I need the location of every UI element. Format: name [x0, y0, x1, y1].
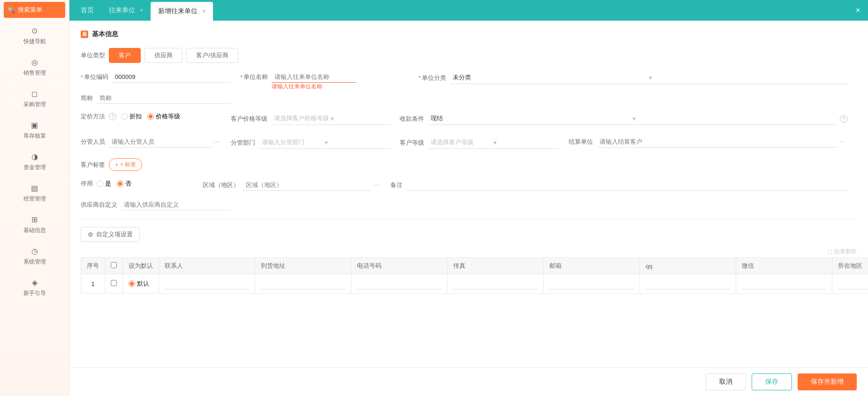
settlement-more-btn[interactable]: ··· — [838, 138, 847, 146]
row-qq[interactable] — [640, 274, 736, 294]
unit-category-value: 未分类 — [453, 73, 648, 82]
sidebar-item-guide[interactable]: ◈ 新手引导 — [0, 272, 69, 303]
sidebar-item-label: 经营管理 — [23, 195, 46, 203]
section-icon: 基 — [81, 31, 88, 38]
region-more-btn[interactable]: ··· — [371, 181, 381, 189]
phone-input[interactable] — [357, 278, 442, 289]
payment-condition-select[interactable]: 现结 ▾ — [428, 112, 837, 125]
short-name-input[interactable] — [97, 93, 231, 104]
region-label: 区域（地区） — [203, 181, 239, 189]
search-menu-btn[interactable]: 🔍 搜索菜单 — [4, 2, 65, 18]
unit-name-group: * 单位名称 请输入往来单位名称 — [240, 71, 419, 83]
qq-input[interactable] — [646, 278, 730, 289]
sidebar-item-operations[interactable]: ▤ 经营管理 — [0, 177, 69, 209]
sidebar-item-label: 资金管理 — [23, 163, 46, 171]
required-mark: * — [240, 74, 243, 81]
sidebar-item-label: 基础信息 — [23, 226, 46, 234]
unit-category-select[interactable]: 未分类 ▾ — [450, 71, 847, 84]
save-button[interactable]: 保存 — [752, 373, 792, 390]
sidebar-item-label: 库存核算 — [23, 132, 46, 140]
supplier-custom-label: 供应商自定义 — [81, 201, 117, 209]
col-wechat: 微信 — [736, 258, 832, 274]
tab-new-contact[interactable]: 新增往来单位 × — [151, 2, 213, 21]
form-footer: 取消 保存 保存并新增 — [69, 367, 868, 396]
disable-row: 停用 是 否 区域（地区） ··· — [81, 179, 857, 191]
manager-input[interactable] — [109, 136, 212, 148]
pricing-help-icon[interactable]: ? — [109, 113, 116, 120]
payment-help-icon[interactable]: ? — [840, 115, 847, 123]
row-region[interactable] — [832, 274, 868, 294]
col-address: 到货地址 — [255, 258, 351, 274]
supplier-custom-input[interactable] — [121, 199, 231, 210]
row-checkbox — [105, 274, 123, 294]
tab-contacts[interactable]: 往来单位 × — [101, 0, 151, 21]
row-fax[interactable] — [448, 274, 544, 294]
type-btn-customer[interactable]: 客户 — [109, 48, 141, 63]
manager-group: 分管人员 ··· — [81, 136, 231, 148]
radio-discount[interactable]: 折扣 — [121, 112, 142, 121]
sidebar-item-system[interactable]: ◷ 系统管理 — [0, 240, 69, 272]
email-input[interactable] — [549, 278, 634, 289]
unit-category-group: * 单位分类 未分类 ▾ — [419, 71, 857, 84]
row-email[interactable] — [544, 274, 640, 294]
cancel-button[interactable]: 取消 — [706, 373, 746, 390]
sidebar-item-purchase[interactable]: ◻ 采购管理 — [0, 83, 69, 114]
row-address[interactable] — [255, 274, 351, 294]
customer-price-select[interactable]: 请选择客户价格等级 ▾ — [271, 112, 390, 125]
select-all-checkbox[interactable] — [111, 262, 117, 268]
batch-delete-icon: ◻ — [828, 248, 832, 255]
fax-input[interactable] — [453, 278, 538, 289]
unit-name-input[interactable] — [272, 71, 356, 83]
type-btn-both[interactable]: 客户/供应商 — [186, 48, 238, 63]
batch-delete-label[interactable]: 批量删除 — [834, 248, 857, 256]
sidebar-item-basic-info[interactable]: ⊞ 基础信息 — [0, 209, 69, 240]
payment-condition-value: 现结 — [431, 114, 632, 123]
short-name-label: 简称 — [81, 94, 93, 102]
radio-no[interactable]: 否 — [117, 179, 131, 188]
sidebar-item-inventory[interactable]: ▣ 库存核算 — [0, 114, 69, 146]
remark-input[interactable] — [406, 179, 847, 191]
row-checkbox-input[interactable] — [111, 280, 117, 286]
sidebar-item-label: 新手引导 — [23, 289, 46, 297]
row-phone[interactable] — [351, 274, 448, 294]
unit-code-input[interactable] — [112, 71, 231, 83]
tab-home-label: 首页 — [81, 6, 94, 15]
radio-inner — [149, 115, 152, 118]
payment-condition-group: 收款条件 现结 ▾ ? — [400, 112, 857, 125]
sidebar-item-quick-nav[interactable]: ⊙ 快捷导航 — [0, 20, 69, 51]
row-wechat[interactable] — [736, 274, 832, 294]
custom-settings-btn[interactable]: ⚙ 自定义项设置 — [81, 227, 140, 242]
main-area: 首页 往来单位 × 新增往来单位 × × 基 基本信息 单位类型 客户 供应商 … — [69, 0, 868, 396]
add-tag-btn[interactable]: + + 标签 — [109, 158, 142, 171]
contact-input[interactable] — [165, 278, 249, 289]
dept-select[interactable]: 请输入分管部门 ▾ — [259, 136, 390, 149]
settlement-input[interactable] — [597, 136, 838, 148]
region-input[interactable] — [838, 278, 868, 289]
disable-radio-group: 是 否 — [97, 179, 131, 188]
customer-level-select[interactable]: 请选择客户等级 ▾ — [428, 136, 559, 149]
settlement-label: 结算单位 — [569, 138, 593, 146]
address-input[interactable] — [261, 278, 345, 289]
col-phone: 电话号码 — [351, 258, 448, 274]
table-row: 1 默认 — [81, 274, 868, 294]
window-close-btn[interactable]: × — [852, 6, 864, 16]
sidebar-item-finance[interactable]: ◑ 资金管理 — [0, 146, 69, 177]
sidebar-item-sales[interactable]: ◎ 销售管理 — [0, 51, 69, 83]
tag-group: 客户标签 + + 标签 — [81, 158, 857, 171]
default-radio[interactable]: 默认 — [129, 280, 153, 288]
type-btn-supplier[interactable]: 供应商 — [145, 48, 183, 63]
save-new-button[interactable]: 保存并新增 — [798, 373, 857, 390]
tab-home[interactable]: 首页 — [73, 0, 101, 21]
row-contact[interactable] — [159, 274, 255, 294]
radio-price-level[interactable]: 价格等级 — [147, 112, 180, 121]
region-input[interactable] — [243, 179, 371, 191]
wechat-input[interactable] — [742, 278, 826, 289]
manager-more-btn[interactable]: ··· — [212, 138, 221, 146]
dept-label: 分管部门 — [231, 139, 255, 147]
radio-yes[interactable]: 是 — [97, 179, 111, 188]
tab-contacts-close[interactable]: × — [140, 7, 143, 14]
supplier-custom-row: 供应商自定义 — [81, 199, 857, 210]
tab-new-contact-label: 新增往来单位 — [158, 7, 198, 16]
chevron-down-icon: ▾ — [331, 115, 388, 122]
tab-new-contact-close[interactable]: × — [202, 8, 206, 15]
